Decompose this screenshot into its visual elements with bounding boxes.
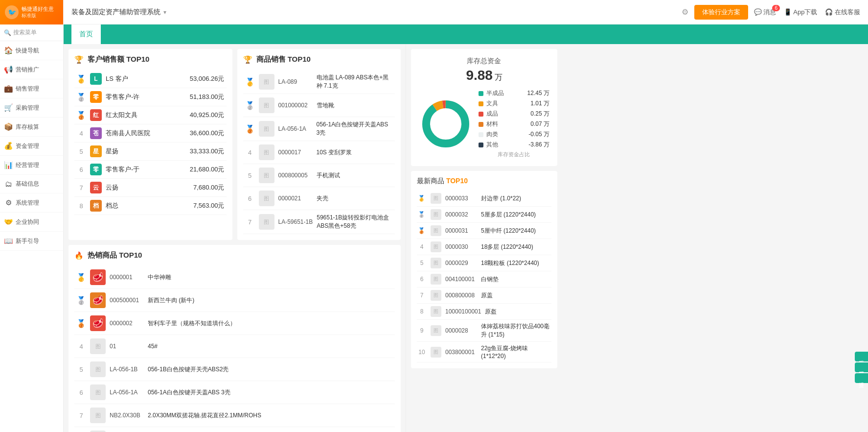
list-item: 10 图 003800001 22g鱼豆腐-烧烤味 (1*12*20) <box>417 342 551 362</box>
legend-name: 成品 <box>486 110 527 118</box>
rank-number: 4 <box>417 243 427 250</box>
product-name: 封边带 (1.0*22) <box>481 194 551 203</box>
nav-icon: 🗂 <box>4 180 13 188</box>
online-service-button[interactable]: 🎧 在线客服 <box>825 8 860 17</box>
app-download-button[interactable]: 📱 App下载 <box>784 8 817 17</box>
float-btn-service[interactable]: 客服热线 <box>855 352 868 361</box>
right-panel: 库存总资金 9.88 万 <box>406 44 562 432</box>
list-item: 8 图 0000011 12070519-xs <box>74 427 395 432</box>
legend-value: -0.05 万 <box>528 130 549 139</box>
rank-number: 10 <box>417 349 427 356</box>
product-name: 5厘中纤 (1220*2440) <box>481 227 551 235</box>
nav-label: 资金管理 <box>16 142 39 150</box>
product-thumbnail: 图 <box>259 214 274 230</box>
tab-home[interactable]: 首页 <box>71 24 101 44</box>
product-thumbnail: 🥩 <box>90 292 106 308</box>
messages-button[interactable]: 💬 消息 6 <box>754 8 777 17</box>
inventory-title: 库存总资金 <box>419 57 549 66</box>
product-thumbnail: 图 <box>431 225 441 236</box>
customer-value: 7,563.00元 <box>193 201 225 210</box>
nav-label: 新手引导 <box>16 237 39 245</box>
table-row: 🥇 L LS 客户 53,006.26元 <box>74 70 227 88</box>
nav-label: 系统管理 <box>16 199 39 207</box>
customer-name: 苍南县人民医院 <box>106 129 186 138</box>
legend-value: -3.86 万 <box>528 141 549 149</box>
legend-name: 肉类 <box>486 130 525 139</box>
product-code: 004100001 <box>445 276 477 283</box>
table-row: 🥉 图 LA-056-1A 056-1A白色按键开关盖ABS 3壳 <box>243 117 395 141</box>
product-name: 056-1A白色按键开关盖ABS 3壳 <box>148 388 393 397</box>
product-name: 056-1B白色按键开关壳ABS2壳 <box>148 365 393 374</box>
chevron-down-icon: ▾ <box>163 9 166 16</box>
rank-number: 7 <box>417 292 427 299</box>
product-name: 2.0X30MM双搓花轴.搓花直径2.1MM/ROHS <box>148 411 393 420</box>
list-item: 6 图 LA-056-1A 056-1A白色按键开关盖ABS 3壳 <box>74 381 395 404</box>
customer-value: 36,600.00元 <box>190 129 225 138</box>
settings-icon[interactable]: ⚙ <box>682 7 688 17</box>
nav-label: 销售管理 <box>16 85 39 93</box>
nav-label: 营销推广 <box>16 66 39 74</box>
product-name: 白钢垫 <box>481 275 551 284</box>
product-code: LA-056-1A <box>278 125 313 132</box>
rank-number: 4 <box>76 130 86 137</box>
trophy2-icon: 🏆 <box>243 55 252 64</box>
avatar: 红 <box>90 109 102 121</box>
sidebar-item-系统管理[interactable]: ⚙系统管理 <box>0 193 63 213</box>
logo-title: 畅捷通好生意 <box>22 5 54 12</box>
product-thumbnail: 图 <box>431 193 441 204</box>
inventory-amount: 9.88 万 <box>419 68 549 83</box>
svg-point-1 <box>426 104 465 144</box>
search-icon: 🔍 <box>4 29 11 36</box>
product-code: 0000021 <box>278 195 313 202</box>
messages-badge: 6 <box>772 5 780 11</box>
hot-products-list: 🥇 🥩 0000001 中华神雕 🥈 🥩 000500001 新西兰牛肉 (新牛… <box>74 266 395 432</box>
product-name: 18颗粒板 (1220*2440) <box>481 259 551 267</box>
sidebar-item-库存核算[interactable]: 📦库存核算 <box>0 118 63 137</box>
nav-icon: 🤝 <box>4 217 13 226</box>
sidebar-item-企业协同[interactable]: 🤝企业协同 <box>0 213 63 232</box>
sidebar-item-快捷导航[interactable]: 🏠快捷导航 <box>0 41 63 60</box>
customer-value: 51,183.00元 <box>190 93 225 101</box>
sidebar-item-采购管理[interactable]: 🛒采购管理 <box>0 98 63 118</box>
top10-row: 🏆 客户销售额 TOP10 🥇 L LS 客户 53,006.26元 🥈 零 零… <box>64 44 406 242</box>
customer-name: 星扬 <box>106 147 186 156</box>
sidebar-item-经营管理[interactable]: 📊经营管理 <box>0 156 63 175</box>
table-row: 🥈 零 零售客户-许 51,183.00元 <box>74 88 227 106</box>
medal-icon: 🥈 <box>76 296 86 305</box>
sidebar-logo: 🐦 畅捷通好生意 标准版 <box>0 0 63 24</box>
rank-number: 8 <box>76 202 86 210</box>
sidebar-nav: 🏠快捷导航📢营销推广💼销售管理🛒采购管理📦库存核算💰资金管理📊经营管理🗂基础信息… <box>0 41 63 251</box>
sidebar-item-营销推广[interactable]: 📢营销推广 <box>0 60 63 79</box>
float-btn-live[interactable]: 直播 <box>855 373 868 383</box>
product-code: LA-59651-1B <box>278 218 313 225</box>
sidebar-item-销售管理[interactable]: 💼销售管理 <box>0 79 63 98</box>
main-area: 装备及固定资产辅助管理系统 ▾ ⚙ 体验行业方案 💬 消息 6 📱 App下载 … <box>64 0 868 432</box>
product-code: 0000028 <box>445 327 477 334</box>
nav-icon: 💼 <box>4 84 13 93</box>
product-name: 电池盖 LA-089 ABS本色+黑种 7.1克 <box>317 73 393 90</box>
content-area: 🏆 客户销售额 TOP10 🥇 L LS 客户 53,006.26元 🥈 零 零… <box>64 44 868 432</box>
sidebar-item-基础信息[interactable]: 🗂基础信息 <box>0 175 63 193</box>
list-item: 8 图 10000100001 原盔 <box>417 304 551 320</box>
sidebar-item-资金管理[interactable]: 💰资金管理 <box>0 137 63 156</box>
table-row: 4 苍 苍南县人民医院 36,600.00元 <box>74 124 227 143</box>
inventory-legend: 半成品 12.45 万 文具 1.01 万 成品 0.25 万 材料 0.07 … <box>479 89 549 158</box>
product-sales-title: 🏆 商品销售 TOP10 <box>243 55 395 64</box>
nav-label: 采购管理 <box>16 104 39 112</box>
product-code: 0000032 <box>445 211 477 218</box>
topbar: 装备及固定资产辅助管理系统 ▾ ⚙ 体验行业方案 💬 消息 6 📱 App下载 … <box>64 0 868 24</box>
rank-number: 5 <box>245 172 255 179</box>
search-menu[interactable]: 🔍 搜索菜单 <box>0 24 63 41</box>
float-btn-community[interactable]: 服务社区 <box>855 362 868 372</box>
table-row: 🥉 红 红太阳文具 40,925.00元 <box>74 106 227 124</box>
product-code: NB2.0X30B <box>110 412 144 419</box>
product-code: 0000017 <box>278 149 313 156</box>
legend-item: 成品 0.25 万 <box>479 110 549 118</box>
experience-button[interactable]: 体验行业方案 <box>694 5 748 20</box>
legend-name: 半成品 <box>486 89 525 97</box>
nav-label: 企业协同 <box>16 218 39 226</box>
sidebar-item-新手引导[interactable]: 📖新手引导 <box>0 232 63 251</box>
inventory-big-num: 9.88 <box>466 68 493 83</box>
product-sales-list: 🥇 图 LA-089 电池盖 LA-089 ABS本色+黑种 7.1克 🥈 图 … <box>243 70 395 234</box>
donut-chart <box>419 97 473 151</box>
